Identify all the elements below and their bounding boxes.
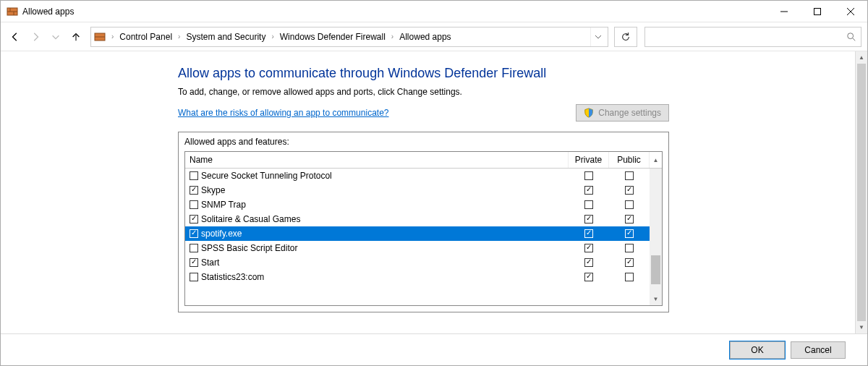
close-button[interactable] [834, 1, 867, 22]
app-name-label: SNMP Trap [201, 200, 246, 210]
scrollbar-thumb[interactable] [857, 64, 866, 321]
dialog-footer: OK Cancel [1, 333, 867, 365]
enable-checkbox[interactable] [190, 244, 198, 252]
enable-checkbox[interactable] [190, 200, 198, 209]
table-row[interactable]: Skype [185, 183, 662, 197]
table-row[interactable]: spotify.exe [185, 226, 662, 241]
enable-checkbox[interactable] [190, 258, 198, 267]
private-checkbox[interactable] [584, 186, 593, 195]
enable-checkbox[interactable] [190, 215, 198, 224]
public-checkbox[interactable] [625, 273, 634, 281]
page-scrollbar[interactable]: ▲ ▼ [855, 51, 867, 333]
chevron-right-icon: › [390, 33, 395, 41]
breadcrumb-dropdown[interactable] [590, 27, 605, 46]
public-checkbox[interactable] [625, 244, 634, 252]
scroll-down-arrow-icon[interactable]: ▼ [856, 321, 867, 333]
private-checkbox[interactable] [584, 171, 593, 180]
private-checkbox[interactable] [584, 200, 593, 209]
private-checkbox[interactable] [584, 273, 593, 281]
table-row[interactable]: SPSS Basic Script Editor [185, 241, 662, 255]
enable-checkbox[interactable] [190, 171, 198, 180]
nav-up-button[interactable] [67, 28, 85, 46]
app-name-label: SPSS Basic Script Editor [201, 243, 297, 253]
cancel-button[interactable]: Cancel [791, 341, 846, 359]
page-heading: Allow apps to communicate through Window… [178, 66, 673, 81]
app-name-label: Skype [201, 185, 225, 195]
column-header-public[interactable]: Public [609, 152, 650, 168]
public-checkbox[interactable] [625, 186, 634, 195]
svg-point-11 [848, 33, 854, 38]
nav-history-dropdown[interactable] [47, 28, 64, 46]
breadcrumb-item[interactable]: Allowed apps [396, 32, 454, 42]
breadcrumb[interactable]: › Control Panel › System and Security › … [90, 27, 608, 47]
table-row[interactable]: Secure Socket Tunneling Protocol [185, 169, 662, 183]
column-header-name[interactable]: Name [185, 152, 569, 168]
app-name-label: Statistics23:com [201, 272, 264, 282]
table-scrollbar[interactable]: ▼ [650, 169, 662, 305]
table-row[interactable]: SNMP Trap [185, 197, 662, 212]
chevron-right-icon: › [270, 33, 275, 41]
public-checkbox[interactable] [625, 258, 634, 267]
scroll-up-arrow-icon[interactable]: ▲ [650, 152, 662, 168]
maximize-button[interactable] [801, 1, 834, 22]
title-bar: Allowed apps [1, 1, 867, 22]
risk-info-link[interactable]: What are the risks of allowing an app to… [178, 108, 388, 118]
table-caption: Allowed apps and features: [179, 132, 668, 151]
navigation-bar: › Control Panel › System and Security › … [1, 22, 867, 51]
private-checkbox[interactable] [584, 258, 593, 267]
table-row[interactable]: Start [185, 255, 662, 270]
search-box[interactable] [644, 27, 861, 47]
private-checkbox[interactable] [584, 229, 593, 238]
search-input[interactable] [650, 32, 846, 42]
nav-forward-button[interactable] [27, 28, 44, 46]
scroll-down-arrow-icon[interactable]: ▼ [650, 293, 662, 305]
refresh-button[interactable] [614, 27, 637, 47]
private-checkbox[interactable] [584, 215, 593, 224]
public-checkbox[interactable] [625, 200, 634, 209]
app-name-label: Start [201, 258, 219, 268]
breadcrumb-item[interactable]: Windows Defender Firewall [277, 32, 388, 42]
public-checkbox[interactable] [625, 229, 634, 238]
allowed-apps-group: Allowed apps and features: Name Private … [178, 132, 669, 312]
chevron-right-icon: › [110, 33, 115, 41]
table-row[interactable]: Solitaire & Casual Games [185, 212, 662, 226]
search-icon [846, 32, 856, 42]
app-name-label: Solitaire & Casual Games [201, 214, 300, 224]
app-name-label: spotify.exe [201, 229, 242, 239]
enable-checkbox[interactable] [190, 273, 198, 281]
firewall-app-icon [7, 6, 18, 17]
nav-back-button[interactable] [7, 28, 24, 46]
window-title: Allowed apps [22, 7, 74, 17]
breadcrumb-item[interactable]: Control Panel [116, 32, 175, 42]
public-checkbox[interactable] [625, 215, 634, 224]
private-checkbox[interactable] [584, 244, 593, 252]
scrollbar-thumb[interactable] [651, 255, 660, 284]
app-name-label: Secure Socket Tunneling Protocol [201, 171, 332, 181]
allowed-apps-table: Name Private Public ▲ Secure Socket Tunn… [184, 151, 663, 306]
svg-rect-5 [814, 8, 821, 14]
firewall-breadcrumb-icon [94, 31, 106, 43]
enable-checkbox[interactable] [190, 186, 198, 195]
svg-line-12 [853, 38, 856, 41]
ok-button[interactable]: OK [730, 341, 785, 359]
column-header-private[interactable]: Private [569, 152, 609, 168]
change-settings-button[interactable]: Change settings [576, 104, 669, 122]
page-subtitle: To add, change, or remove allowed apps a… [178, 87, 673, 97]
breadcrumb-item[interactable]: System and Security [183, 32, 268, 42]
scroll-up-arrow-icon[interactable]: ▲ [856, 51, 867, 64]
table-row[interactable]: Statistics23:com [185, 270, 662, 284]
shield-icon [584, 108, 594, 118]
enable-checkbox[interactable] [190, 229, 198, 238]
minimize-button[interactable] [767, 1, 801, 22]
chevron-right-icon: › [176, 33, 182, 41]
change-settings-label: Change settings [598, 108, 661, 118]
public-checkbox[interactable] [625, 171, 634, 180]
